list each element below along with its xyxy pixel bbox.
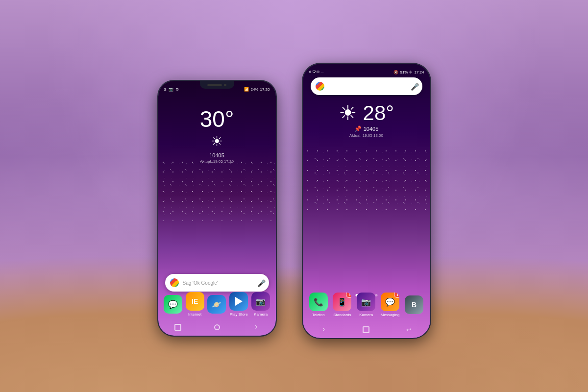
app-galaxy[interactable]: 🪐 (207, 295, 226, 314)
phone-right: ⊕ 🗨 ✉ ... 🔇 91% ✈ 17:24 🎤 ☀ 28° (303, 64, 430, 338)
home-icon-left (214, 324, 220, 330)
recent-icon-left (174, 324, 181, 331)
mic-icon-left: 🎤 (257, 279, 264, 286)
search-placeholder-left: Sag 'Ok Google' (183, 280, 253, 286)
app-standards[interactable]: 📱 3 Standards (333, 293, 351, 317)
app-camera-right[interactable]: 📷 Kamera (357, 293, 375, 317)
back-icon-left: ‹ (255, 323, 257, 332)
app-internet[interactable]: IE Internet (186, 292, 204, 317)
app-camera-left[interactable]: 📷 Kamera (251, 292, 270, 317)
google-logo-left (170, 278, 179, 287)
messaging-label: Messaging (381, 313, 400, 317)
messaging-badge: 1 (394, 293, 399, 298)
phone-left: S 📷 ⚙ 📶 24% 17:20 30° ☀ 10405 Aktual. 19… (158, 81, 276, 336)
status-icon-gear: ⚙ (175, 87, 179, 92)
playstore-triangle (235, 297, 243, 306)
phone-left-screen: S 📷 ⚙ 📶 24% 17:20 30° ☀ 10405 Aktual. 19… (158, 81, 276, 336)
rotate-icon-right: ↩ (406, 326, 411, 333)
back-icon-right: ‹ (322, 325, 325, 334)
weather-widget-left: 30° ☀ 10405 Aktual. 19.05 17:20 (200, 108, 234, 164)
temp-value-right: 28° (363, 101, 394, 124)
signal-right: 91% (400, 70, 408, 74)
location-left: 10405 (200, 152, 234, 158)
temperature-right: ☀ 28° (339, 103, 394, 123)
camera-icon-left[interactable]: 📷 (251, 292, 270, 311)
nav-bar-left: ‹ (158, 319, 276, 336)
phone-label: Telefon (312, 313, 325, 317)
location-right: 10405 (364, 126, 379, 132)
battery-text: 24% (250, 87, 258, 92)
bixby-icon[interactable]: B (405, 295, 423, 314)
nav-bar-right: ‹ ↩ (303, 321, 430, 338)
standards-label: Standards (333, 313, 351, 317)
rotate-btn-right[interactable]: ↩ (403, 326, 414, 333)
back-btn-right[interactable]: ‹ (318, 326, 329, 333)
app-phone[interactable]: 📞 Telefon (309, 293, 328, 317)
app-dock-right: 📞 Telefon 📱 3 Standards 📷 Kamera (307, 291, 426, 318)
app-messaging[interactable]: 💬 1 Messaging (381, 293, 400, 317)
status-right-icons: 📶 24% 17:20 (244, 87, 270, 92)
weather-updated-right: Aktual. 19.05 13:00 (339, 133, 394, 138)
app-messages[interactable]: 💬 (164, 295, 182, 314)
phone-icon[interactable]: 📞 (309, 293, 328, 311)
camera-label-left: Kamera (254, 312, 268, 317)
wallpaper-sparkles (158, 157, 276, 221)
weather-icon-left: ☀ (200, 133, 234, 149)
time-left: 17:20 (260, 87, 270, 92)
messages-icon[interactable]: 💬 (164, 295, 182, 314)
status-left-icons: S 📷 ⚙ (164, 87, 179, 92)
status-right-left-icons: ⊕ 🗨 ✉ ... (309, 70, 324, 74)
home-btn-right[interactable] (361, 326, 371, 333)
app-bixby[interactable]: B (405, 295, 423, 314)
camera-icon-right[interactable]: 📷 (357, 293, 375, 311)
phone-left-notch (200, 81, 234, 89)
app-dock-left: 💬 IE Internet 🪐 (162, 291, 272, 318)
app-playstore[interactable]: Play Store (229, 292, 248, 317)
weather-icon-right-inline: ☀ (339, 101, 363, 124)
mic-icon-right: 🎤 (411, 83, 417, 90)
search-bar-right-top[interactable]: 🎤 (311, 77, 422, 95)
playstore-icon[interactable] (229, 292, 248, 311)
status-bar-right: ⊕ 🗨 ✉ ... 🔇 91% ✈ 17:24 (309, 68, 424, 76)
wallpaper-sparkles-right (303, 146, 430, 215)
phones-container: S 📷 ⚙ 📶 24% 17:20 30° ☀ 10405 Aktual. 19… (0, 0, 588, 392)
weather-widget-right: ☀ 28° 📌 10405 Aktual. 19.05 13:00 (339, 103, 394, 138)
front-camera (224, 84, 226, 86)
galaxy-icon[interactable]: 🪐 (207, 295, 226, 314)
speaker (207, 84, 222, 86)
recent-icon-right (363, 326, 369, 333)
google-logo-right (316, 82, 324, 91)
playstore-label: Play Store (230, 312, 248, 317)
weather-updated-left: Aktual. 19.05 17:20 (200, 159, 234, 164)
wifi-icon: 📶 (244, 87, 249, 92)
status-right-right-icons: 🔇 91% ✈ 17:24 (393, 70, 424, 74)
status-icon-cam: 📷 (169, 87, 173, 92)
status-icon-s: S (164, 87, 167, 92)
status-icons-right: ⊕ 🗨 ✉ ... (309, 70, 324, 74)
messaging-icon[interactable]: 💬 1 (381, 293, 399, 311)
standards-badge: 3 (346, 293, 351, 298)
recent-apps-btn-left[interactable] (172, 324, 183, 331)
mute-icon: 🔇 (393, 70, 398, 74)
phone-right-screen: ⊕ 🗨 ✉ ... 🔇 91% ✈ 17:24 🎤 ☀ 28° (303, 64, 430, 338)
standards-icon[interactable]: 📱 3 (333, 293, 351, 311)
time-right: 17:24 (414, 70, 424, 74)
home-btn-left[interactable] (212, 324, 222, 331)
airplane-icon: ✈ (409, 70, 413, 74)
back-btn-left[interactable]: ‹ (251, 324, 262, 331)
internet-icon[interactable]: IE (186, 292, 204, 311)
search-bar-left[interactable]: Sag 'Ok Google' 🎤 (165, 274, 269, 292)
temperature-left: 30° (200, 108, 234, 130)
camera-label-right: Kamera (359, 313, 373, 317)
internet-label: Internet (188, 312, 201, 317)
